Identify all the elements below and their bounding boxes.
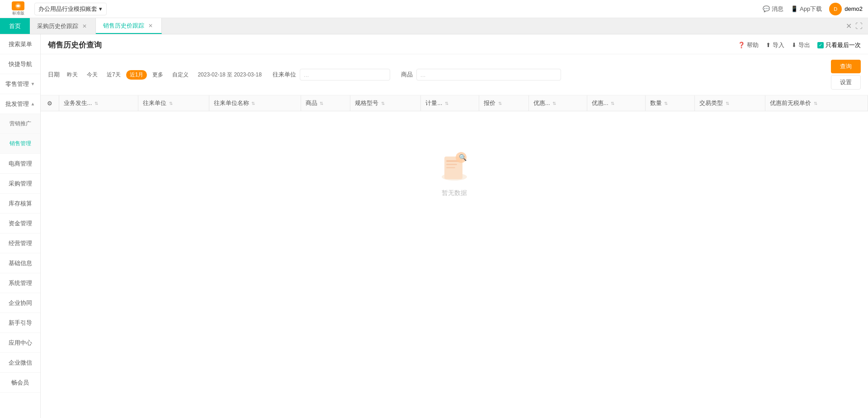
goods-filter-group: 商品 ... (401, 69, 561, 81)
retail-arrow: ▼ (31, 81, 35, 86)
date-option-custom[interactable]: 自定义 (169, 70, 192, 80)
operations-label: 经营管理 (9, 239, 32, 247)
date-label: 日期 (48, 71, 60, 79)
import-label: 导入 (773, 41, 784, 49)
help-label: 帮助 (747, 41, 759, 49)
data-table: ⚙ 业务发生... ⇅ 往来单位 ⇅ 往来单位名称 ⇅ (41, 95, 868, 233)
sidebar-item-corp-wechat[interactable]: 企业微信 (0, 353, 40, 373)
table-col-partner-code[interactable]: 往来单位 ⇅ (138, 95, 209, 111)
table-col-biz-date[interactable]: 业务发生... ⇅ (59, 95, 138, 111)
table-col-gear[interactable]: ⚙ (41, 95, 59, 111)
date-filter-group: 日期 昨天 今天 近7天 近1月 更多 自定义 2023-02-18 至 202… (48, 70, 262, 80)
sidebar-item-guide[interactable]: 新手引导 (0, 313, 40, 333)
goods-label: 商品 (401, 71, 413, 79)
maximize-button[interactable]: ⛶ (855, 22, 863, 30)
only-latest-label: 只看最后一次 (826, 41, 861, 49)
table-col-partner-name[interactable]: 往来单位名称 ⇅ (209, 95, 301, 111)
table-col-spec[interactable]: 规格型号 ⇅ (350, 95, 421, 111)
close-window-button[interactable]: ✕ (846, 22, 852, 30)
date-option-yesterday[interactable]: 昨天 (63, 70, 81, 80)
sidebar-item-retail[interactable]: 零售管理 ▼ (0, 74, 40, 94)
date-option-1month[interactable]: 近1月 (126, 70, 147, 80)
sort-arrows-trade-type: ⇅ (726, 101, 729, 106)
gear-icon: ⚙ (47, 100, 52, 107)
svg-point-1 (17, 5, 19, 7)
svg-text:🔍: 🔍 (459, 154, 467, 162)
user-name: demo2 (844, 5, 863, 12)
sidebar-item-finance[interactable]: 资金管理 (0, 214, 40, 233)
phone-icon: 📱 (791, 5, 798, 12)
export-button[interactable]: ⬇ 导出 (792, 41, 810, 49)
tab-purchase-history[interactable]: 采购历史价跟踪 ✕ (30, 18, 96, 34)
svg-rect-5 (446, 164, 457, 165)
table-col-unit[interactable]: 计量... ⇅ (421, 95, 479, 111)
tab-purchase-history-close[interactable]: ✕ (81, 23, 88, 30)
table-col-discount2[interactable]: 优惠... ⇅ (587, 95, 645, 111)
date-option-7days[interactable]: 近7天 (103, 70, 124, 80)
goods-input[interactable]: ... (416, 69, 561, 81)
message-icon: 💬 (763, 5, 770, 12)
sidebar-item-sales-mgmt[interactable]: 销售管理 (0, 134, 40, 154)
page-header-actions: ❓ 帮助 ⬆ 导入 ⬇ 导出 ✓ 只看最后一次 (738, 41, 861, 49)
sidebar-item-system[interactable]: 系统管理 (0, 273, 40, 293)
sort-arrows-pre-tax-price: ⇅ (814, 101, 817, 106)
wholesale-label: 批发管理 (5, 100, 29, 108)
import-icon: ⬆ (766, 42, 771, 48)
logo-icon (12, 1, 24, 10)
member-label: 畅会员 (11, 379, 29, 387)
sidebar-item-basic-info[interactable]: 基础信息 (0, 253, 40, 273)
table-col-quantity[interactable]: 数量 ⇅ (645, 95, 694, 111)
svg-rect-6 (446, 167, 455, 168)
sort-arrows-goods: ⇅ (320, 101, 323, 106)
retail-label: 零售管理 (5, 80, 29, 88)
basic-info-label: 基础信息 (9, 259, 32, 267)
table-header: ⚙ 业务发生... ⇅ 往来单位 ⇅ 往来单位名称 ⇅ (41, 95, 868, 111)
sidebar-item-inventory[interactable]: 库存核算 (0, 194, 40, 214)
table-col-discount1[interactable]: 优惠... ⇅ (528, 95, 587, 111)
message-button[interactable]: 💬 消息 (763, 5, 783, 13)
sidebar-item-app-center[interactable]: 应用中心 (0, 333, 40, 353)
date-option-more[interactable]: 更多 (149, 70, 167, 80)
table-col-quote[interactable]: 报价 ⇅ (479, 95, 528, 111)
page-title: 销售历史价查询 (48, 40, 102, 50)
only-latest-checkbox[interactable]: ✓ 只看最后一次 (817, 41, 861, 49)
tab-home[interactable]: 首页 (0, 18, 30, 34)
tab-sales-history[interactable]: 销售历史价跟踪 ✕ (96, 18, 162, 34)
account-dropdown[interactable]: 办公用品行业模拟账套 ▾ (34, 3, 107, 15)
date-option-today[interactable]: 今天 (83, 70, 101, 80)
table-col-goods[interactable]: 商品 ⇅ (301, 95, 350, 111)
import-button[interactable]: ⬆ 导入 (766, 41, 784, 49)
user-menu[interactable]: D demo2 (829, 3, 863, 15)
sidebar-item-wholesale[interactable]: 批发管理 ▲ (0, 94, 40, 114)
sort-arrows-discount1: ⇅ (552, 101, 556, 106)
tab-bar: 首页 采购历史价跟踪 ✕ 销售历史价跟踪 ✕ ✕ ⛶ (0, 18, 868, 34)
sidebar-item-ecommerce[interactable]: 电商管理 (0, 154, 40, 174)
sort-arrows-partner-name: ⇅ (251, 101, 255, 106)
app-logo: 标准版 (5, 1, 31, 17)
sidebar-item-operations[interactable]: 经营管理 (0, 233, 40, 253)
sidebar: 搜索菜单 快捷导航 零售管理 ▼ 批发管理 ▲ 营销推广 销售管理 电商管理 采… (0, 34, 41, 418)
sidebar-item-enterprise[interactable]: 企业协同 (0, 293, 40, 313)
sidebar-item-marketing[interactable]: 营销推广 (0, 114, 40, 134)
help-button[interactable]: ❓ 帮助 (738, 41, 759, 49)
sidebar-item-search[interactable]: 搜索菜单 (0, 34, 40, 54)
app-download-label: App下载 (800, 5, 822, 13)
app-download-button[interactable]: 📱 App下载 (791, 5, 822, 13)
table-col-trade-type[interactable]: 交易类型 ⇅ (695, 95, 765, 111)
sort-arrows-partner-code: ⇅ (169, 101, 173, 106)
filter-area: 日期 昨天 今天 近7天 近1月 更多 自定义 2023-02-18 至 202… (41, 54, 868, 95)
account-name: 办公用品行业模拟账套 (38, 5, 97, 13)
corp-wechat-label: 企业微信 (9, 359, 32, 367)
sidebar-item-member[interactable]: 畅会员 (0, 373, 40, 393)
sidebar-item-quicknav[interactable]: 快捷导航 (0, 54, 40, 74)
table-col-pre-tax-price[interactable]: 优惠前无税单价 ⇅ (765, 95, 868, 111)
query-button[interactable]: 查询 (831, 60, 861, 73)
goods-input-placeholder: ... (420, 71, 426, 78)
setting-button[interactable]: 设置 (831, 75, 861, 90)
partner-input[interactable]: ... (300, 69, 390, 81)
sidebar-item-purchase[interactable]: 采购管理 (0, 174, 40, 194)
message-label: 消息 (772, 5, 783, 13)
filter-row: 日期 昨天 今天 近7天 近1月 更多 自定义 2023-02-18 至 202… (48, 60, 861, 90)
tab-sales-history-close[interactable]: ✕ (147, 22, 154, 29)
empty-text: 暂无数据 (442, 189, 467, 197)
